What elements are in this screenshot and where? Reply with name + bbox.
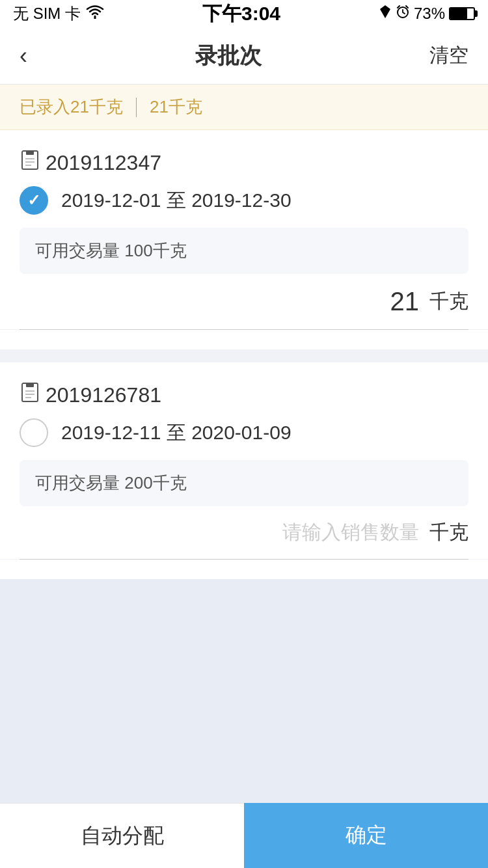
batch2-qty-placeholder[interactable]: 请输入销售数量: [282, 519, 419, 546]
status-left: 无 SIM 卡: [13, 3, 104, 24]
batch2-card: 2019126781 2019-12-11 至 2020-01-09 可用交易量…: [0, 362, 488, 506]
batch2-icon: [20, 382, 40, 408]
page-title: 录批次: [195, 41, 262, 71]
info-banner: 已录入21千克 21千克: [0, 85, 488, 130]
sim-text: 无 SIM 卡: [13, 3, 81, 24]
batch2-available-qty: 可用交易量 200千克: [20, 460, 468, 506]
auto-distribute-button[interactable]: 自动分配: [0, 803, 244, 868]
batch1-id: 2019112347: [46, 151, 161, 175]
batch2-id-row: 2019126781: [20, 382, 468, 408]
batch2-id: 2019126781: [46, 383, 161, 407]
info-divider: [136, 98, 137, 117]
batch1-card: 2019112347 2019-12-01 至 2019-12-30 可用交易量…: [0, 130, 488, 274]
svg-rect-2: [26, 151, 34, 155]
battery-icon: [449, 7, 475, 20]
recorded-text: 已录入21千克: [20, 96, 123, 118]
status-right: 73%: [379, 4, 475, 23]
confirm-button[interactable]: 确定: [244, 803, 488, 868]
batch1-qty-unit: 千克: [429, 288, 468, 315]
empty-area: [0, 579, 488, 826]
back-button[interactable]: ‹: [20, 42, 27, 70]
bottom-bar: 自动分配 确定: [0, 803, 488, 868]
batch1-icon: [20, 150, 40, 176]
svg-rect-7: [26, 383, 34, 387]
status-time: 下午3:04: [202, 1, 280, 27]
alarm-icon: [396, 5, 410, 23]
batch1-date: 2019-12-01 至 2019-12-30: [61, 187, 291, 214]
status-bar: 无 SIM 卡 下午3:04 73%: [0, 0, 488, 27]
card-divider: [0, 349, 488, 362]
wifi-icon: [86, 5, 104, 23]
batch1-id-row: 2019112347: [20, 150, 468, 176]
batch2-qty-unit: 千克: [429, 519, 468, 546]
batch2-date-row: 2019-12-11 至 2020-01-09: [20, 418, 468, 447]
batch1-qty-value[interactable]: 21: [390, 287, 420, 316]
location-icon: [379, 4, 392, 23]
batch1-date-row: 2019-12-01 至 2019-12-30: [20, 186, 468, 215]
batch2-bottom-padding: [0, 560, 488, 579]
batch1-radio[interactable]: [20, 186, 48, 215]
nav-bar: ‹ 录批次 清空: [0, 27, 488, 85]
batch1-available-qty: 可用交易量 100千克: [20, 228, 468, 274]
batch2-date: 2019-12-11 至 2020-01-09: [61, 420, 291, 446]
batch2-qty-row: 请输入销售数量 千克: [0, 506, 488, 559]
clear-button[interactable]: 清空: [429, 42, 468, 69]
batch2-radio[interactable]: [20, 418, 48, 447]
total-text: 21千克: [150, 96, 202, 118]
batch1-qty-row: 21 千克: [0, 274, 488, 329]
battery-percent: 73%: [414, 5, 445, 23]
batch1-bottom-padding: [0, 330, 488, 349]
